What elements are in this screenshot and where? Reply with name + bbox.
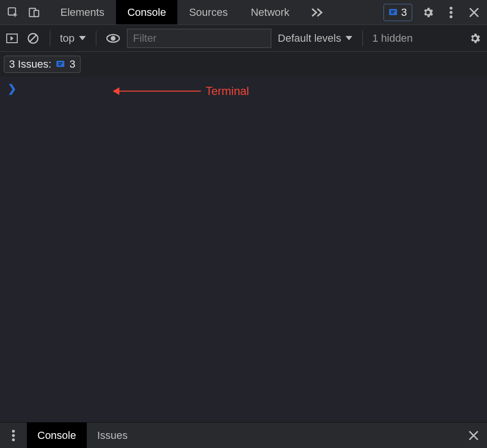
separator	[50, 31, 50, 46]
separator	[96, 31, 96, 46]
svg-point-18	[12, 434, 15, 437]
svg-rect-5	[391, 12, 394, 13]
kebab-menu-icon[interactable]	[444, 5, 458, 20]
svg-line-11	[30, 35, 36, 42]
filter-input[interactable]	[127, 29, 271, 48]
context-selector[interactable]: top	[60, 32, 86, 45]
separator	[362, 31, 363, 46]
chevron-down-icon	[345, 35, 353, 41]
more-tabs-button[interactable]	[304, 7, 331, 18]
issues-badge-button[interactable]: 3	[383, 4, 412, 21]
console-body[interactable]: ❯ Terminal	[0, 77, 487, 422]
drawer-menu-icon[interactable]	[0, 423, 27, 448]
drawer: Console Issues	[0, 422, 487, 448]
console-toolbar: top Default levels 1 hidden	[0, 25, 487, 52]
drawer-tab-console[interactable]: Console	[27, 423, 87, 448]
svg-point-8	[450, 15, 452, 18]
drawer-tab-issues[interactable]: Issues	[87, 423, 139, 448]
hidden-messages-text[interactable]: 1 hidden	[372, 32, 413, 45]
svg-rect-2	[34, 10, 39, 16]
issues-row: 3 Issues: 3	[0, 52, 487, 77]
svg-rect-3	[389, 9, 397, 15]
live-expression-icon[interactable]	[106, 31, 120, 46]
tab-elements[interactable]: Elements	[49, 0, 116, 24]
toggle-sidebar-icon[interactable]	[5, 31, 19, 46]
svg-point-7	[450, 11, 452, 14]
svg-rect-14	[57, 61, 65, 67]
log-levels-selector[interactable]: Default levels	[278, 32, 353, 45]
svg-point-17	[12, 430, 15, 433]
clear-console-icon[interactable]	[26, 31, 40, 46]
settings-icon[interactable]	[421, 5, 435, 20]
issues-icon	[55, 59, 66, 70]
issues-chip-count: 3	[70, 58, 75, 71]
inspect-element-icon[interactable]	[6, 5, 20, 20]
tab-network[interactable]: Network	[239, 0, 301, 24]
svg-point-19	[12, 438, 15, 441]
tab-sources[interactable]: Sources	[177, 0, 239, 24]
svg-rect-4	[391, 11, 395, 12]
device-toggle-icon[interactable]	[27, 5, 41, 20]
issues-icon	[388, 7, 398, 18]
svg-rect-16	[58, 64, 61, 65]
context-selector-label: top	[60, 32, 75, 45]
issues-chip[interactable]: 3 Issues: 3	[4, 56, 81, 73]
issues-chip-label: 3 Issues:	[9, 58, 51, 71]
close-devtools-icon[interactable]	[467, 5, 481, 20]
console-settings-icon[interactable]	[468, 31, 482, 46]
svg-point-6	[450, 7, 452, 10]
issues-badge-count: 3	[401, 6, 407, 19]
devtools-topbar: Elements Console Sources Network 3	[0, 0, 487, 25]
svg-point-13	[111, 36, 116, 41]
annotation-arrow: Terminal	[113, 84, 249, 98]
console-prompt-icon: ❯	[8, 83, 16, 95]
log-levels-label: Default levels	[278, 32, 341, 45]
annotation-label: Terminal	[206, 84, 249, 98]
chevron-down-icon	[79, 35, 86, 41]
drawer-close-icon[interactable]	[460, 423, 487, 448]
tab-console[interactable]: Console	[116, 0, 178, 24]
svg-rect-15	[58, 62, 62, 63]
